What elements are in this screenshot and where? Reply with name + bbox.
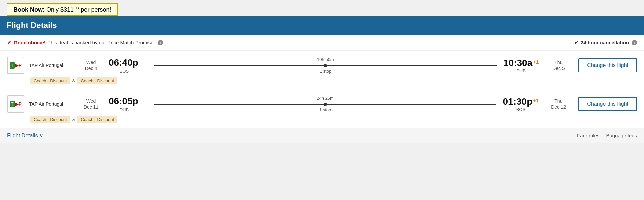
- arrive-block-1: 10:30a+1 DUB: [503, 58, 539, 73]
- duration-2: 24h 25m: [317, 96, 334, 101]
- good-choice-bar: ✔ Good choice! This deal is backed by ou…: [0, 35, 644, 51]
- baggage-fees-link[interactable]: Baggage fees: [606, 133, 637, 138]
- path-line-bar-left-1: [154, 65, 324, 66]
- depart-date-1: Wed Dec 4: [79, 59, 103, 71]
- flight-details-header: Flight Details: [0, 16, 644, 35]
- tap-logo-t: T: [10, 62, 15, 69]
- tap-logo-ap-2: ▶P: [15, 101, 22, 107]
- arrive-time-2: 01:30p: [503, 96, 533, 107]
- airline-name-2: TAP Air Portugal: [29, 101, 72, 107]
- airline-logo-1: T▶P: [7, 57, 24, 74]
- main-card: ✔ Good choice! This deal is backed by ou…: [0, 35, 644, 143]
- cancellation-right: ✔ 24 hour cancellation i: [574, 40, 637, 46]
- airline-name-1: TAP Air Portugal: [29, 63, 72, 68]
- tap-logo-t-2: T: [10, 101, 15, 107]
- tap-logo-ap: ▶P: [15, 63, 22, 68]
- change-flight-btn-2[interactable]: Change this flight: [578, 97, 637, 111]
- depart-date-2: Wed Dec 11: [79, 98, 103, 110]
- flight-row-inner-2: T▶P TAP Air Portugal Wed Dec 11 06:05p D…: [0, 89, 644, 114]
- depart-block-1: 06:40p BOS: [109, 57, 140, 74]
- depart-airport-2: DUB: [120, 107, 129, 112]
- book-now-suffix: per person!: [79, 6, 111, 13]
- book-now-prefix: Book Now:: [13, 6, 45, 13]
- cancellation-check: ✔: [574, 40, 579, 46]
- arrive-plus-1: +1: [533, 59, 539, 65]
- arrive-date-2: Thu Dec 12: [547, 98, 570, 110]
- path-line-bar-left-2: [154, 104, 324, 105]
- flight-path-1: 10h 50m 1 stop: [154, 57, 497, 74]
- path-line-2: [154, 103, 496, 106]
- path-line-1: [154, 64, 497, 67]
- fare-tag-sep-1: &: [72, 77, 75, 84]
- flight-row-1: T▶P TAP Air Portugal Wed Dec 4 06:40p BO…: [0, 51, 644, 89]
- path-dot-1: [324, 64, 327, 67]
- arrive-time-row-2: 01:30p+1: [503, 96, 539, 107]
- arrive-date-1: Thu Dec 5: [547, 59, 570, 71]
- arrive-plus-2: +1: [533, 98, 539, 103]
- good-choice-info-icon[interactable]: i: [158, 40, 163, 45]
- good-choice-text: This deal is backed by our Price Match P…: [48, 40, 155, 45]
- duration-1: 10h 50m: [317, 57, 334, 62]
- fare-tag-1a: Coach - Discount: [30, 77, 70, 84]
- flight-details-link-text: Flight Details: [7, 133, 38, 139]
- good-choice-label: Good choice!: [14, 40, 46, 45]
- airline-logo-2: T▶P: [7, 95, 24, 113]
- path-dot-2: [324, 103, 327, 106]
- header-title: Flight Details: [7, 21, 57, 30]
- arrive-airport-2: BOS: [516, 107, 525, 112]
- depart-time-1: 06:40p: [109, 57, 138, 68]
- fare-tags-1: Coach - Discount & Coach - Discount: [0, 75, 644, 89]
- good-choice-left: ✔ Good choice! This deal is backed by ou…: [7, 39, 163, 46]
- arrive-airport-1: DUB: [516, 68, 525, 73]
- change-flight-btn-1[interactable]: Change this flight: [578, 58, 637, 72]
- path-line-bar-right-2: [327, 104, 496, 105]
- depart-block-2: 06:05p DUB: [109, 96, 140, 112]
- stops-2: 1 stop: [319, 107, 331, 112]
- cancellation-info-icon[interactable]: i: [632, 40, 637, 45]
- book-now-price: Only $311: [45, 6, 74, 13]
- footer-links: Fare rules Baggage fees: [577, 133, 637, 138]
- fare-tag-2a: Coach - Discount: [30, 116, 70, 123]
- depart-time-2: 06:05p: [109, 96, 138, 107]
- fare-tag-sep-2: &: [72, 116, 75, 123]
- book-now-banner: Book Now: Only $311.93 per person!: [7, 3, 118, 16]
- page-wrapper: Book Now: Only $311.93 per person! Fligh…: [0, 0, 644, 143]
- flight-row-2: T▶P TAP Air Portugal Wed Dec 11 06:05p D…: [0, 89, 644, 128]
- chevron-down-icon: ∨: [39, 132, 43, 139]
- arrive-time-row-1: 10:30a+1: [503, 58, 539, 68]
- stops-1: 1 stop: [320, 69, 331, 74]
- depart-airport-1: BOS: [120, 69, 129, 74]
- arrive-time-1: 10:30a: [503, 58, 532, 68]
- footer-bar: Flight Details ∨ Fare rules Baggage fees: [0, 128, 644, 143]
- path-line-bar-right-1: [327, 65, 497, 66]
- cancellation-text: 24 hour cancellation: [581, 40, 629, 45]
- arrive-block-2: 01:30p+1 BOS: [503, 96, 539, 112]
- fare-tags-2: Coach - Discount & Coach - Discount: [0, 114, 644, 128]
- fare-rules-link[interactable]: Fare rules: [577, 133, 600, 138]
- good-choice-checkmark: ✔: [7, 39, 12, 46]
- book-now-price-sup: .93: [74, 6, 79, 10]
- flight-details-link[interactable]: Flight Details ∨: [7, 132, 43, 139]
- fare-tag-2b: Coach - Discount: [77, 116, 117, 123]
- flight-row-inner-1: T▶P TAP Air Portugal Wed Dec 4 06:40p BO…: [0, 51, 644, 75]
- flight-path-2: 24h 25m 1 stop: [154, 96, 496, 112]
- fare-tag-1b: Coach - Discount: [77, 77, 117, 84]
